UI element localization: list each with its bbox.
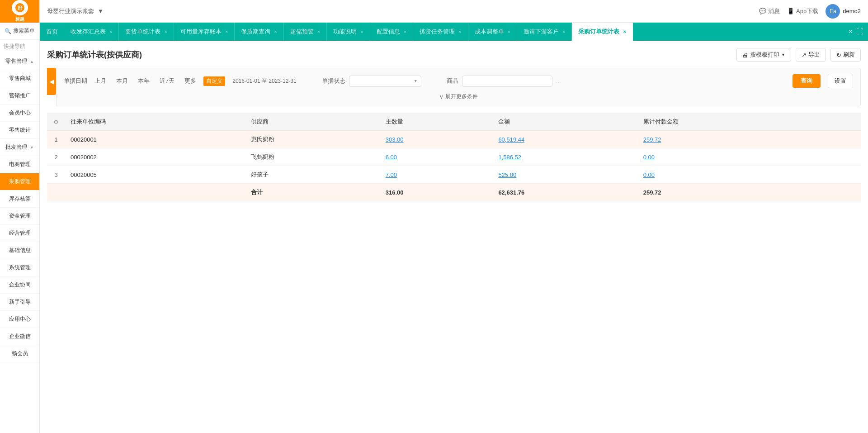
close-icon-1[interactable]: × xyxy=(109,29,112,34)
sidebar-item-app-center[interactable]: 应用中心 xyxy=(0,311,39,328)
sidebar-item-operations[interactable]: 经营管理 xyxy=(0,225,39,242)
close-icon-6[interactable]: × xyxy=(360,29,363,34)
tab-home[interactable]: 首页 xyxy=(40,23,64,41)
main-area: 母婴行业演示账套 ▼ 💬 消息 📱 App下载 Ea demo2 首页 收发存汇… xyxy=(40,0,868,433)
col-gear: ⚙ xyxy=(47,113,65,131)
close-all-button[interactable]: × xyxy=(849,28,853,36)
close-icon-3[interactable]: × xyxy=(225,29,228,34)
workspace-label: 母婴行业演示账套 xyxy=(47,7,94,15)
goods-label: 商品 xyxy=(447,77,458,85)
sidebar-item-retail-store[interactable]: 零售商城 xyxy=(0,70,39,87)
row-qty: 303.00 xyxy=(380,131,493,148)
search-menu-button[interactable]: 🔍 搜索菜单 xyxy=(3,25,37,37)
sidebar-item-finance[interactable]: 资金管理 xyxy=(0,208,39,225)
sidebar-item-enterprise[interactable]: 企业协同 xyxy=(0,276,39,294)
close-icon-2[interactable]: × xyxy=(164,29,167,34)
tab-功能说明[interactable]: 功能说明 × xyxy=(327,23,370,41)
sidebar-item-member2[interactable]: 畅会员 xyxy=(0,345,39,362)
query-button[interactable]: 查询 xyxy=(793,74,821,88)
row-code: 00020001 xyxy=(65,131,245,148)
sidebar-item-basic-info[interactable]: 基础信息 xyxy=(0,242,39,259)
avatar: Ea xyxy=(826,4,840,19)
app-download-button[interactable]: 📱 App下载 xyxy=(787,7,818,15)
top-bar: 母婴行业演示账套 ▼ 💬 消息 📱 App下载 Ea demo2 xyxy=(40,0,868,23)
status-label: 单据状态 xyxy=(322,77,345,85)
sidebar-item-newbie[interactable]: 新手引导 xyxy=(0,294,39,311)
fullscreen-button[interactable]: ⛶ xyxy=(856,28,863,36)
svg-text:好: 好 xyxy=(17,5,23,10)
sidebar-item-marketing[interactable]: 营销推广 xyxy=(0,87,39,105)
summary-paid: 259.72 xyxy=(638,184,818,201)
goods-input[interactable] xyxy=(462,76,552,87)
shortcut-this-year[interactable]: 本年 xyxy=(134,76,153,86)
status-select[interactable] xyxy=(349,76,421,87)
refresh-button[interactable]: ↻ 刷新 xyxy=(830,48,861,62)
sidebar: 好 标题 🔍 搜索菜单 快捷导航 零售管理 ▲ 零售商城 营销推广 会员中心 零… xyxy=(0,0,40,433)
search-icon: 🔍 xyxy=(5,28,11,34)
close-icon-4[interactable]: × xyxy=(274,29,277,34)
tab-保质期查询[interactable]: 保质期查询 × xyxy=(235,23,283,41)
setting-button[interactable]: 设置 xyxy=(828,74,853,88)
sidebar-item-member[interactable]: 会员中心 xyxy=(0,105,39,122)
nav-tabs-bar: 首页 收发存汇总表 × 要货单统计表 × 可用量库存账本 × 保质期查询 × 超… xyxy=(40,23,868,41)
close-icon-10[interactable]: × xyxy=(562,29,565,34)
shortcut-7days[interactable]: 近7天 xyxy=(156,76,178,86)
action-buttons: 查询 xyxy=(793,74,821,88)
chevron-left-icon: ◀ xyxy=(49,78,54,85)
shortcut-more[interactable]: 更多 xyxy=(181,76,200,86)
goods-filter-group: 商品 ... xyxy=(447,76,561,87)
sidebar-search-area[interactable]: 🔍 搜索菜单 xyxy=(0,23,39,40)
close-icon-5[interactable]: × xyxy=(317,29,320,34)
sidebar-item-inventory[interactable]: 库存核算 xyxy=(0,190,39,208)
tab-收发存汇总表[interactable]: 收发存汇总表 × xyxy=(64,23,119,41)
sidebar-item-wholesale[interactable]: 批发管理 ▼ xyxy=(0,139,39,156)
filter-row-1: 单据日期 上月 本月 本年 近7天 更多 自定义 xyxy=(64,74,853,88)
quick-nav-item[interactable]: 快捷导航 xyxy=(0,40,39,53)
summary-qty: 316.00 xyxy=(380,184,493,201)
row-no: 1 xyxy=(47,131,65,148)
gear-icon[interactable]: ⚙ xyxy=(53,119,59,125)
user-profile[interactable]: Ea demo2 xyxy=(826,4,861,19)
close-icon-8[interactable]: × xyxy=(458,29,461,34)
close-icon-7[interactable]: × xyxy=(404,29,406,34)
tab-配置信息[interactable]: 配置信息 × xyxy=(370,23,413,41)
table-row: 1 00020001 惠氏奶粉 303.00 60,519.44 259.72 xyxy=(47,131,861,148)
tab-邀请下游客户[interactable]: 邀请下游客户 × xyxy=(517,23,572,41)
status-filter-group: 单据状态 xyxy=(322,76,421,87)
table-header-row: ⚙ 往来单位编码 供应商 主数量 金额 累计付款金额 xyxy=(47,113,861,131)
shortcut-this-month[interactable]: 本月 xyxy=(113,76,132,86)
date-filter-group: 单据日期 上月 本月 本年 近7天 更多 自定义 xyxy=(64,76,225,86)
sidebar-item-ecommerce[interactable]: 电商管理 xyxy=(0,156,39,173)
tab-采购订单统计表[interactable]: 采购订单统计表 × xyxy=(572,23,632,41)
expand-more-area: ∨ 展开更多条件 xyxy=(64,93,853,100)
expand-more-button[interactable]: ∨ 展开更多条件 xyxy=(439,93,478,100)
custom-badge: 自定义 xyxy=(203,76,225,86)
print-icon: 🖨 xyxy=(742,52,748,58)
row-amount: 1,586.52 xyxy=(493,148,637,166)
sidebar-item-retail-stats[interactable]: 零售统计 xyxy=(0,122,39,139)
close-icon-active[interactable]: × xyxy=(623,29,626,34)
date-shortcuts: 上月 本月 本年 近7天 更多 xyxy=(91,76,200,86)
tab-拣货任务管理[interactable]: 拣货任务管理 × xyxy=(413,23,468,41)
tab-超储预警[interactable]: 超储预警 × xyxy=(284,23,327,41)
app-logo: 好 标题 xyxy=(0,0,39,23)
tab-成本调整单[interactable]: 成本调整单 × xyxy=(468,23,517,41)
print-button[interactable]: 🖨 按模板打印 ▼ xyxy=(736,48,791,62)
export-button[interactable]: ↗ 导出 xyxy=(796,48,826,62)
top-bar-right: 💬 消息 📱 App下载 Ea demo2 xyxy=(759,4,861,19)
sidebar-item-wechat[interactable]: 企业微信 xyxy=(0,328,39,345)
row-qty: 7.00 xyxy=(380,166,493,184)
tab-可用量库存账本[interactable]: 可用量库存账本 × xyxy=(174,23,235,41)
workspace-selector[interactable]: 母婴行业演示账套 ▼ xyxy=(47,7,104,15)
sidebar-item-purchase[interactable]: 采购管理 xyxy=(0,173,39,190)
sidebar-item-retail-mgmt[interactable]: 零售管理 ▲ xyxy=(0,53,39,70)
message-button[interactable]: 💬 消息 xyxy=(759,7,780,15)
tab-要货单统计表[interactable]: 要货单统计表 × xyxy=(119,23,174,41)
close-icon-9[interactable]: × xyxy=(508,29,510,34)
goods-more-icon[interactable]: ... xyxy=(556,78,561,85)
phone-icon: 📱 xyxy=(787,8,794,14)
shortcut-last-month[interactable]: 上月 xyxy=(91,76,110,86)
row-paid: 0.00 xyxy=(638,166,818,184)
filter-toggle-button[interactable]: ◀ xyxy=(47,68,56,95)
sidebar-item-system[interactable]: 系统管理 xyxy=(0,259,39,276)
